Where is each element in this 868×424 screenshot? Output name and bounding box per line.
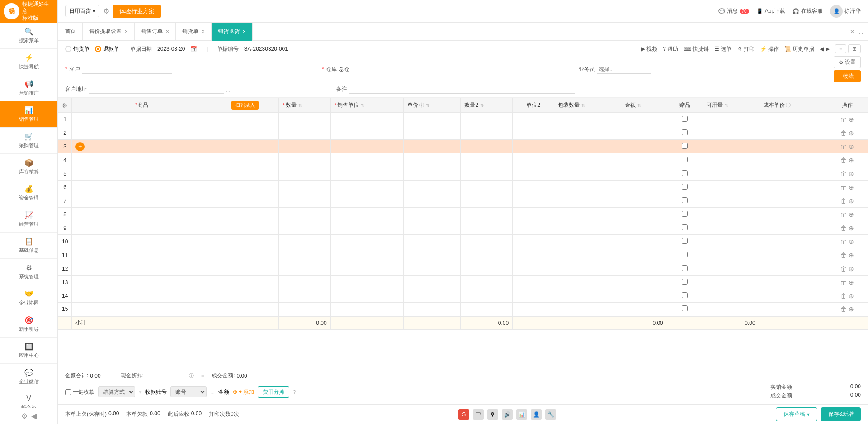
salesperson-dots[interactable]: ... xyxy=(653,65,659,73)
qty2-cell[interactable] xyxy=(461,140,513,153)
video-btn[interactable]: ▶ 视频 xyxy=(641,45,657,53)
delete-row-icon[interactable]: 🗑 xyxy=(840,279,847,286)
goods-cell[interactable] xyxy=(72,194,212,208)
amount-cell[interactable] xyxy=(621,126,667,140)
next-icon[interactable]: ▶ xyxy=(826,46,830,52)
unit-price-cell[interactable] xyxy=(403,208,461,221)
copy-row-icon[interactable]: ⊕ xyxy=(849,211,854,218)
goods-cell[interactable] xyxy=(72,221,212,235)
unit-price-cell[interactable] xyxy=(403,126,461,140)
gift-cell[interactable] xyxy=(667,167,703,181)
amount-cell[interactable] xyxy=(621,167,667,181)
sales-unit-cell[interactable] xyxy=(330,167,403,181)
one-click-payment-checkbox[interactable]: 一键收款 xyxy=(65,388,94,396)
pack-qty-cell[interactable] xyxy=(554,153,621,167)
unit-price-cell[interactable] xyxy=(403,303,461,316)
qty2-cell[interactable] xyxy=(461,221,513,235)
goods-cell[interactable] xyxy=(72,235,212,248)
amount-cell[interactable] xyxy=(621,221,667,235)
qty-cell[interactable] xyxy=(278,248,330,262)
close-tab-icon[interactable]: ✕ xyxy=(201,29,205,34)
copy-row-icon[interactable]: ⊕ xyxy=(849,157,854,164)
gift-cell[interactable] xyxy=(667,126,703,140)
goods-cell[interactable] xyxy=(72,167,212,181)
amount-cell[interactable] xyxy=(621,289,667,303)
settings-button[interactable]: ⚙ 设置 xyxy=(834,56,861,68)
logistics-button[interactable]: + 物流 xyxy=(834,70,861,82)
gift-checkbox[interactable] xyxy=(682,224,688,230)
delete-row-icon[interactable]: 🗑 xyxy=(840,224,847,232)
pack-qty-cell[interactable] xyxy=(554,303,621,316)
app-download-btn[interactable]: 📱 App下载 xyxy=(756,7,785,15)
gift-checkbox[interactable] xyxy=(682,211,688,217)
customer-input[interactable] xyxy=(82,65,172,74)
save-draft-button[interactable]: 保存草稿 ▾ xyxy=(776,407,817,421)
bottom-icon-4[interactable]: 🔊 xyxy=(502,409,513,420)
goods-cell[interactable] xyxy=(72,126,212,140)
gift-cell[interactable] xyxy=(667,153,703,167)
delete-row-icon[interactable]: 🗑 xyxy=(840,116,847,123)
qty-cell[interactable] xyxy=(278,140,330,153)
gift-checkbox[interactable] xyxy=(682,143,688,149)
delete-row-icon[interactable]: 🗑 xyxy=(840,197,847,205)
user-profile[interactable]: 👤 徐泽华 xyxy=(830,5,861,18)
print-btn[interactable]: 🖨 打印 xyxy=(737,45,755,53)
qty2-cell[interactable] xyxy=(461,262,513,276)
unit-price-cell[interactable] xyxy=(403,140,461,153)
goods-cell[interactable]: + xyxy=(72,140,212,153)
goods-cell[interactable] xyxy=(72,248,212,262)
fee-split-button[interactable]: 费用分摊 xyxy=(258,386,289,398)
pack-qty-cell[interactable] xyxy=(554,181,621,194)
goods-cell[interactable] xyxy=(72,113,212,126)
close-tab-icon[interactable]: ✕ xyxy=(124,29,128,34)
gift-cell[interactable] xyxy=(667,289,703,303)
bottom-icon-6[interactable]: 👤 xyxy=(531,409,542,420)
goods-cell[interactable] xyxy=(72,262,212,276)
qty-cell[interactable] xyxy=(278,235,330,248)
qty2-cell[interactable] xyxy=(461,167,513,181)
pack-qty-cell[interactable] xyxy=(554,276,621,289)
sidebar-item-finance[interactable]: 💰 资金管理 xyxy=(0,180,57,206)
gift-checkbox[interactable] xyxy=(682,292,688,298)
gift-cell[interactable] xyxy=(667,276,703,289)
message-btn[interactable]: 💬 消息 70 xyxy=(718,7,749,15)
gift-checkbox[interactable] xyxy=(682,184,688,190)
sales-unit-cell[interactable] xyxy=(330,140,403,153)
unit-price-cell[interactable] xyxy=(403,181,461,194)
pack-qty-cell[interactable] xyxy=(554,167,621,181)
sidebar-item-search[interactable]: 🔍 搜索菜单 xyxy=(0,23,57,49)
gift-cell[interactable] xyxy=(667,303,703,316)
unit-price-cell[interactable] xyxy=(403,153,461,167)
expand-tab-action[interactable]: ⛶ xyxy=(857,28,864,36)
sales-unit-cell[interactable] xyxy=(330,248,403,262)
goods-input[interactable] xyxy=(86,143,141,150)
bottom-icon-2[interactable]: 中 xyxy=(473,409,484,420)
delete-row-icon[interactable]: 🗑 xyxy=(840,143,847,150)
unit-price-cell[interactable] xyxy=(403,289,461,303)
delete-row-icon[interactable]: 🗑 xyxy=(840,211,847,218)
goods-cell[interactable] xyxy=(72,303,212,316)
unit-price-cell[interactable] xyxy=(403,262,461,276)
qty2-cell[interactable] xyxy=(461,235,513,248)
gift-checkbox[interactable] xyxy=(682,157,688,162)
qty-cell[interactable] xyxy=(278,276,330,289)
close-tab-icon[interactable]: ✕ xyxy=(165,29,169,34)
sales-unit-cell[interactable] xyxy=(330,181,403,194)
sales-unit-cell[interactable] xyxy=(330,221,403,235)
sidebar-item-inventory[interactable]: 📦 库存核算 xyxy=(0,154,57,180)
qty2-cell[interactable] xyxy=(461,181,513,194)
sales-unit-cell[interactable] xyxy=(330,303,403,316)
copy-row-icon[interactable]: ⊕ xyxy=(849,197,854,205)
pack-qty-cell[interactable] xyxy=(554,126,621,140)
close-tab-icon[interactable]: ✕ xyxy=(242,29,246,34)
radio-refund[interactable]: 退款单 xyxy=(95,45,119,53)
copy-row-icon[interactable]: ⊕ xyxy=(849,116,854,123)
qty-cell[interactable] xyxy=(278,208,330,221)
copy-row-icon[interactable]: ⊕ xyxy=(849,305,854,313)
sidebar-item-system[interactable]: ⚙ 系统管理 xyxy=(0,259,57,285)
gift-checkbox[interactable] xyxy=(682,238,688,244)
address-dots[interactable]: ... xyxy=(226,86,232,94)
add-row-btn[interactable]: + xyxy=(75,142,85,151)
goods-cell[interactable] xyxy=(72,289,212,303)
tab-sales-slip[interactable]: 销货单 ✕ xyxy=(176,23,212,41)
